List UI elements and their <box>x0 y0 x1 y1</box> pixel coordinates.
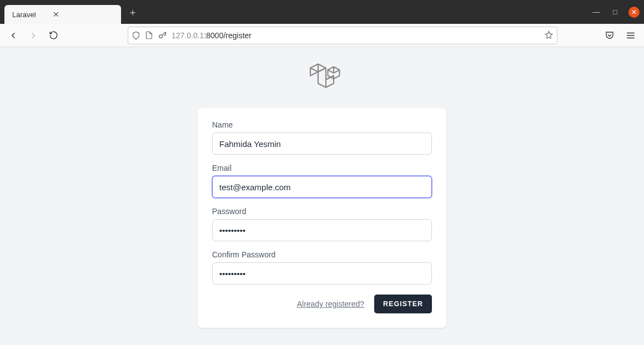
password-label: Password <box>212 207 432 216</box>
menu-icon[interactable] <box>624 29 637 42</box>
maximize-icon[interactable]: □ <box>610 7 621 18</box>
bookmark-icon[interactable] <box>544 31 554 40</box>
tab-title: Laravel <box>12 11 36 19</box>
forward-button[interactable] <box>27 29 40 42</box>
email-input[interactable] <box>212 176 432 198</box>
email-label: Email <box>212 164 432 172</box>
already-registered-link[interactable]: Already registered? <box>297 300 364 308</box>
register-card: Name Email Password Confirm Password Alr… <box>198 108 446 328</box>
password-field-group: Password <box>212 207 432 241</box>
page-icon[interactable] <box>145 31 153 39</box>
url-text: 127.0.0.1:8000/register <box>172 31 540 40</box>
close-icon[interactable]: ✕ <box>52 10 61 19</box>
minimize-icon[interactable]: — <box>591 7 602 18</box>
reload-button[interactable] <box>47 29 60 42</box>
page-viewport: Name Email Password Confirm Password Alr… <box>0 47 644 345</box>
browser-tab[interactable]: Laravel ✕ <box>4 5 121 24</box>
window-titlebar: Laravel ✕ ＋ — □ ✕ <box>0 0 644 24</box>
password-input[interactable] <box>212 219 432 241</box>
register-button[interactable]: Register <box>374 295 432 313</box>
address-bar[interactable]: 127.0.0.1:8000/register <box>128 27 557 44</box>
name-label: Name <box>212 120 432 129</box>
confirm-password-field-group: Confirm Password <box>212 250 432 285</box>
new-tab-button[interactable]: ＋ <box>128 6 138 19</box>
confirm-password-input[interactable] <box>212 262 432 285</box>
key-icon[interactable] <box>158 31 167 40</box>
name-field-group: Name <box>212 120 432 155</box>
form-actions: Already registered? Register <box>212 295 432 313</box>
email-field-group: Email <box>212 164 432 198</box>
laravel-logo-icon <box>303 58 341 97</box>
browser-toolbar: 127.0.0.1:8000/register <box>0 24 644 47</box>
shield-icon[interactable] <box>132 31 140 40</box>
back-button[interactable] <box>7 29 20 42</box>
confirm-password-label: Confirm Password <box>212 250 432 259</box>
window-close-icon[interactable]: ✕ <box>628 7 640 18</box>
pocket-icon[interactable] <box>603 29 616 42</box>
window-controls: — □ ✕ <box>591 7 640 18</box>
name-input[interactable] <box>212 133 432 155</box>
